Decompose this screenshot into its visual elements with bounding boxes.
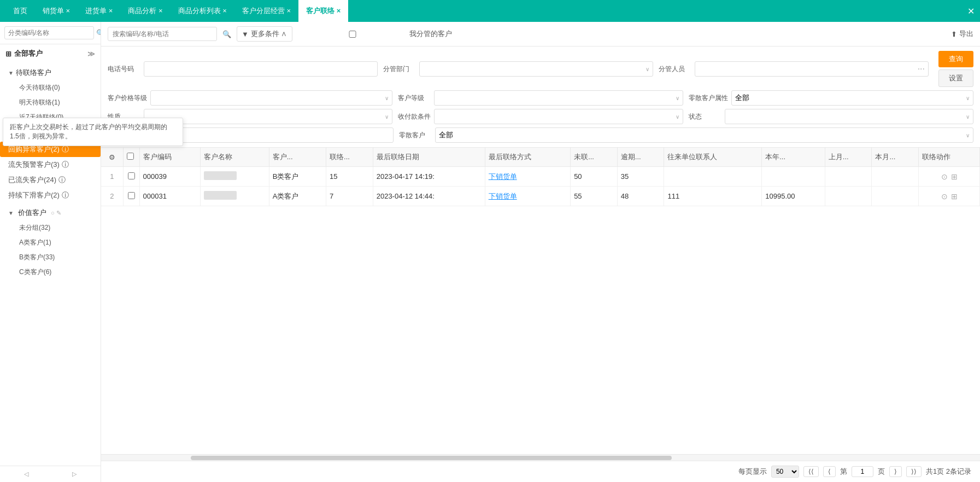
- all-customers-header[interactable]: ⊞ 全部客户 ≫: [0, 44, 101, 63]
- search-button[interactable]: 查询: [938, 51, 973, 67]
- action-column-header: 联络动作: [919, 148, 980, 167]
- price-level-label: 客户价格等级: [108, 94, 147, 103]
- table-header-row: ⚙ 客户编码 客户名称 客户... 联络... 最后联络日期 最后联络方式 未联…: [101, 148, 980, 167]
- nav-home[interactable]: 首页: [5, 0, 35, 22]
- link-action-icon-2[interactable]: ⊙: [941, 192, 948, 201]
- nav-sales[interactable]: 销货单 ×: [35, 0, 78, 22]
- last-method-link-2[interactable]: 下销货单: [489, 192, 517, 200]
- churn-warning[interactable]: 流失预警客户(3) ⓘ: [0, 157, 101, 172]
- last-month-column-header[interactable]: 上月...: [825, 148, 872, 167]
- overdue-column-header[interactable]: 逾期...: [617, 148, 664, 167]
- more-conditions-button[interactable]: ▼ 更多条件 ∧: [237, 26, 292, 42]
- this-month-column-header[interactable]: 本月...: [872, 148, 919, 167]
- unclassified-customers[interactable]: 未分组(32): [5, 220, 101, 235]
- last-method-link[interactable]: 下销货单: [489, 172, 517, 181]
- nav-customer-contact[interactable]: 客户联络 ×: [298, 0, 348, 22]
- name-column-header[interactable]: 客户名称: [201, 148, 269, 167]
- horizontal-scrollbar[interactable]: [101, 454, 980, 461]
- manager-input[interactable]: ···: [695, 61, 929, 77]
- action-icons: ⊙ ⊞: [922, 172, 976, 181]
- search-icon[interactable]: 🔍: [222, 30, 231, 38]
- link-action-icon[interactable]: ⊙: [941, 172, 948, 181]
- sidebar-collapse-icon[interactable]: ≫: [87, 50, 95, 58]
- row-checkbox-2[interactable]: [128, 192, 135, 199]
- this-year-cell: [762, 167, 825, 187]
- search-input[interactable]: [108, 27, 217, 41]
- today-pending[interactable]: 今天待联络(0): [5, 80, 101, 95]
- anomaly-tooltip: 距客户上次交易时长，超过了此客户的平均交易周期的1.5倍，则视为异常。: [3, 118, 101, 146]
- retail-attr-select[interactable]: 全部 ∨: [731, 90, 973, 106]
- ellipsis-icon[interactable]: ···: [918, 64, 925, 74]
- dept-select[interactable]: ∨: [419, 61, 653, 77]
- chat-action-icon-2[interactable]: ⊞: [951, 192, 958, 201]
- churned-customers[interactable]: 已流失客户(24) ⓘ: [0, 172, 101, 188]
- overdue-cell: 48: [617, 187, 664, 206]
- per-page-select[interactable]: 10 20 50 100: [771, 466, 799, 478]
- value-customer-header[interactable]: ▼ 价值客户 ○ ✎: [0, 205, 101, 220]
- row-number: 1: [101, 167, 123, 187]
- price-level-select[interactable]: ∨: [150, 90, 392, 106]
- next-page-button[interactable]: ⟩: [889, 466, 902, 477]
- last-date-column-header[interactable]: 最后联络日期: [373, 148, 485, 167]
- contact-count-column-header[interactable]: 联络...: [326, 148, 373, 167]
- nav-product-analysis[interactable]: 商品分析 ×: [120, 0, 170, 22]
- customer-level-select[interactable]: ∨: [434, 90, 683, 106]
- this-year-column-header[interactable]: 本年...: [762, 148, 825, 167]
- settings-button[interactable]: 设置: [938, 69, 973, 87]
- window-close-button[interactable]: ✕: [967, 6, 975, 16]
- tomorrow-pending[interactable]: 明天待联络(1): [5, 95, 101, 110]
- my-customers-checkbox-label[interactable]: 我分管的客户: [298, 29, 452, 39]
- uncontact-column-header[interactable]: 未联...: [571, 148, 618, 167]
- phone-input[interactable]: [144, 61, 378, 77]
- my-customers-label: 我分管的客户: [409, 29, 452, 39]
- gear-column-header[interactable]: ⚙: [101, 148, 123, 167]
- sidebar-search-area: 🔍: [0, 22, 101, 44]
- sidebar-scroll-right[interactable]: ▷: [72, 471, 77, 478]
- pagination-bar: 每页显示 10 20 50 100 ⟨⟨ ⟨ 第 页 ⟩ ⟩⟩ 共1页 2条记录: [101, 461, 980, 482]
- nav-purchase[interactable]: 进货单 ×: [78, 0, 120, 22]
- chat-action-icon[interactable]: ⊞: [951, 172, 958, 181]
- payment-select[interactable]: ∨: [434, 109, 683, 124]
- row-checkbox[interactable]: [128, 172, 135, 179]
- export-button[interactable]: ⬆ 导出: [951, 29, 973, 39]
- declining-customers[interactable]: 持续下滑客户(2) ⓘ: [0, 188, 101, 203]
- nav-customer-tier[interactable]: 客户分层经营 ×: [234, 0, 298, 22]
- code-column-header[interactable]: 客户编码: [139, 148, 201, 167]
- chevron-down-icon-4: ∨: [966, 95, 970, 101]
- sidebar-scroll-left[interactable]: ◁: [24, 471, 28, 478]
- declining-label: 持续下滑客户(2): [8, 190, 60, 200]
- scroll-thumb[interactable]: [191, 456, 672, 460]
- pending-contact-label: 待联络客户: [16, 68, 51, 78]
- last-date-cell: 2023-04-17 14:19:: [373, 167, 485, 187]
- retail-customer-select[interactable]: 全部 ∨: [435, 127, 973, 143]
- contact-person-cell: [664, 167, 762, 187]
- filter-grid: 电话号码 分管部门 ∨ 分管人员 ··· 查询 设置: [101, 47, 980, 148]
- status-select[interactable]: ∨: [725, 109, 973, 124]
- last-page-button[interactable]: ⟩⟩: [906, 466, 922, 477]
- level-column-header[interactable]: 客户...: [269, 148, 326, 167]
- last-method-column-header[interactable]: 最后联络方式: [485, 148, 570, 167]
- page-number-input[interactable]: [852, 466, 873, 477]
- my-customers-checkbox[interactable]: [298, 31, 407, 38]
- churned-label: 已流失客户(24): [8, 175, 56, 185]
- a-class-customers[interactable]: A类客户(1): [5, 235, 101, 250]
- chevron-down-icon-6: ∨: [676, 114, 679, 120]
- last-method-cell: 下销货单: [485, 167, 570, 187]
- sidebar-search-input[interactable]: [4, 26, 94, 39]
- pending-contact-header[interactable]: ▼ 待联络客户: [0, 65, 101, 80]
- nav-product-analysis-list[interactable]: 商品分析列表 ×: [171, 0, 234, 22]
- c-class-customers[interactable]: C类客户(6): [5, 265, 101, 280]
- b-class-customers[interactable]: B类客户(33): [5, 250, 101, 265]
- customer-type-select[interactable]: [155, 127, 394, 143]
- contact-person-column-header[interactable]: 往来单位联系人: [664, 148, 762, 167]
- prev-page-button[interactable]: ⟨: [823, 466, 836, 477]
- last-method-cell: 下销货单: [485, 187, 570, 206]
- action-cell: ⊙ ⊞: [919, 167, 980, 187]
- edit-icon[interactable]: ○ ✎: [51, 210, 61, 217]
- first-page-button[interactable]: ⟨⟨: [803, 466, 819, 477]
- sidebar-search-icon[interactable]: 🔍: [96, 29, 101, 37]
- export-icon: ⬆: [951, 30, 957, 38]
- dept-label: 分管部门: [383, 65, 416, 74]
- select-all-checkbox[interactable]: [127, 153, 134, 160]
- customer-level-cell: B类客户: [269, 167, 326, 187]
